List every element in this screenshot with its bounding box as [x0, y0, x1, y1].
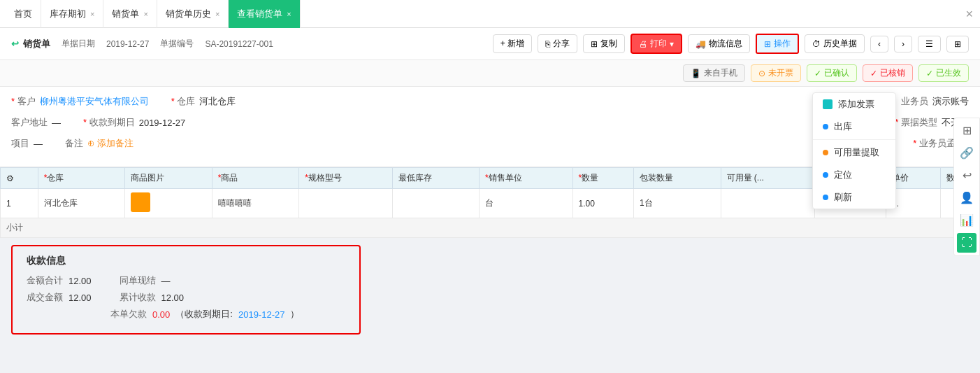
add-icon: ⊕: [87, 138, 94, 148]
cell-qty: 1.00: [572, 189, 633, 218]
same-order-value: —: [161, 276, 171, 286]
available-qty-item[interactable]: 可用量提取: [813, 141, 895, 164]
dropdown-divider-1: [813, 139, 895, 140]
share-button[interactable]: ⎘ 分享: [538, 34, 577, 53]
confirmed-btn[interactable]: ✓ 已确认: [807, 64, 857, 82]
project-value: —: [34, 139, 43, 149]
confirmed-label: 已确认: [824, 67, 849, 79]
due-note: （收款到期日:: [175, 308, 233, 321]
right-sidebar: ⊞ 🔗 ↩ 👤 📊 ⛶: [953, 118, 980, 256]
sidebar-icon-3[interactable]: ↩: [957, 166, 977, 185]
address-value: —: [52, 118, 61, 128]
payment-date-field: 收款到期日 2019-12-27: [83, 116, 185, 129]
col-product: *商品: [212, 168, 299, 189]
unopened-btn[interactable]: ⊙ 未开票: [751, 64, 801, 82]
print-button[interactable]: 🖨 打印 ▾: [630, 34, 682, 54]
address-field: 客户地址 —: [11, 116, 61, 129]
sidebar-icon-1[interactable]: ⊞: [957, 121, 977, 141]
warehouse-label: 仓库: [171, 95, 196, 108]
cell-min-stock: [392, 189, 480, 218]
outbound-item[interactable]: 出库: [813, 115, 895, 138]
effective-btn[interactable]: ✓ 已生效: [918, 64, 969, 82]
locate-item[interactable]: 定位: [813, 164, 895, 186]
form-date-value: 2019-12-27: [106, 39, 149, 49]
sold-out-btn[interactable]: ✓ 已核销: [863, 64, 913, 82]
warehouse-value: 河北仓库: [199, 95, 236, 108]
new-button[interactable]: + 新增: [493, 34, 532, 53]
refresh-label: 刷新: [834, 191, 852, 204]
operation-label: 操作: [774, 38, 791, 50]
window-close-button[interactable]: ×: [965, 6, 973, 21]
product-image: [131, 192, 150, 212]
list-view-button[interactable]: ⊞: [946, 36, 969, 52]
transaction-label: 成交金额: [27, 291, 63, 304]
next-button[interactable]: ›: [894, 36, 912, 52]
from-phone-label: 来自手机: [704, 67, 737, 79]
form-title: ↩ 销货单: [11, 38, 50, 50]
tab-inventory-close[interactable]: ×: [90, 10, 94, 18]
grid-view-button[interactable]: ☰: [918, 36, 941, 52]
form-title-label: 销货单: [23, 38, 50, 50]
add-invoice-label: 添加发票: [838, 98, 874, 111]
copy-label: 复制: [600, 38, 617, 50]
sidebar-icon-5[interactable]: 📊: [957, 211, 977, 230]
tab-sales[interactable]: 销货单 ×: [103, 0, 157, 28]
due-item: 本单欠款 0.00 （收款到期日: 2019-12-27 ）: [110, 308, 299, 321]
employee-field: 业务员 演示账号: [901, 95, 969, 108]
logistics-label: 物流信息: [709, 38, 742, 50]
tab-sales-close[interactable]: ×: [143, 10, 147, 18]
summary-row-2: 成交金额 12.00 累计收款 12.00: [27, 291, 345, 304]
sidebar-icon-4[interactable]: 👤: [957, 188, 977, 208]
cumulative-label: 累计收款: [120, 291, 156, 304]
tab-view-sales-close[interactable]: ×: [287, 10, 291, 18]
sidebar-icon-2[interactable]: 🔗: [957, 143, 977, 163]
col-spec: *规格型号: [299, 168, 392, 189]
form-header-left: ↩ 销货单 单据日期 2019-12-27 单据编号 SA-20191227-0…: [11, 38, 273, 50]
tab-history-close[interactable]: ×: [215, 10, 219, 18]
cumulative-item: 累计收款 12.00: [120, 291, 185, 304]
phone-icon: 📱: [691, 69, 701, 78]
check-icon: ✓: [814, 69, 821, 78]
copy-button[interactable]: ⊞ 复制: [583, 34, 625, 53]
customer-value[interactable]: 柳州粤港平安气体有限公司: [40, 95, 149, 108]
tab-home[interactable]: 首页: [6, 0, 41, 28]
cell-product-img: [125, 189, 212, 218]
employee-value: 演示账号: [932, 95, 969, 108]
tab-view-sales[interactable]: 查看销货单 ×: [229, 0, 300, 28]
payment-date-label: 收款到期日: [83, 116, 135, 129]
effective-label: 已生效: [936, 67, 961, 79]
history-button[interactable]: ⏱ 历史单据: [805, 34, 865, 53]
cell-available: [721, 189, 815, 218]
tab-inventory[interactable]: 库存期初 ×: [41, 0, 103, 28]
summary-row-1: 金额合计 12.00 同单现结 —: [27, 274, 345, 287]
cell-no: 1: [1, 189, 38, 218]
cell-unit: 台: [480, 189, 572, 218]
col-settings[interactable]: ⚙: [1, 168, 38, 189]
operation-button[interactable]: ⊞ 操作: [756, 34, 799, 54]
effective-icon: ✓: [926, 69, 933, 78]
logistics-button[interactable]: 🚚 物流信息: [688, 34, 750, 53]
tab-history[interactable]: 销货单历史 ×: [157, 0, 229, 28]
transaction-item: 成交金额 12.00: [27, 291, 92, 304]
outbound-icon: [823, 124, 828, 129]
sidebar-icon-6[interactable]: ⛶: [957, 233, 977, 253]
salesperson-label: 业务员孟: [913, 137, 956, 150]
customer-label: 客户: [11, 95, 36, 108]
add-invoice-item[interactable]: 添加发票: [813, 93, 895, 115]
customer-field: 客户 柳州粤港平安气体有限公司: [11, 95, 149, 108]
note-field: 备注 ⊕ 添加备注: [65, 137, 134, 150]
due-date: 2019-12-27: [238, 309, 285, 320]
locate-icon: [823, 172, 828, 178]
sold-label: 已核销: [880, 67, 905, 79]
col-qty: *数量: [572, 168, 633, 189]
refresh-icon: [823, 195, 828, 200]
operation-icon: ⊞: [764, 39, 771, 49]
refresh-item[interactable]: 刷新: [813, 186, 895, 209]
add-note-btn[interactable]: ⊕ 添加备注: [87, 137, 134, 150]
print-dropdown-icon: ▾: [670, 39, 674, 49]
print-label: 打印: [650, 38, 667, 50]
from-phone-btn[interactable]: 📱 来自手机: [683, 64, 745, 82]
form-header: ↩ 销货单 单据日期 2019-12-27 单据编号 SA-20191227-0…: [0, 28, 980, 60]
prev-button[interactable]: ‹: [870, 36, 888, 52]
cumulative-value: 12.00: [161, 293, 185, 303]
